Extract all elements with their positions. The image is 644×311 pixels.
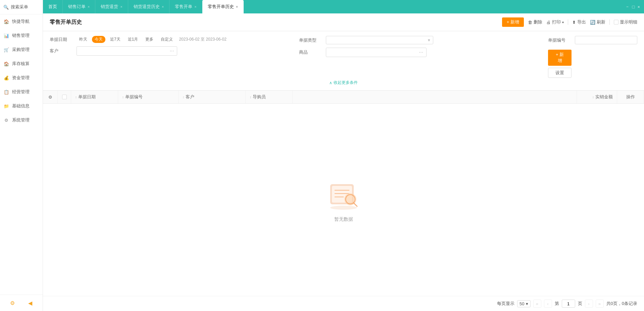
tab-sales-return-history[interactable]: 销货退货历史 × bbox=[128, 0, 169, 13]
sort-billno-icon[interactable]: ↕ bbox=[122, 95, 124, 99]
window-maximize[interactable]: □ bbox=[632, 4, 635, 9]
collapse-sidebar-icon[interactable]: ◀ bbox=[26, 298, 35, 308]
sort-salesman-icon[interactable]: ↕ bbox=[250, 95, 251, 99]
sidebar-bottom: ⚙ ◀ bbox=[0, 295, 43, 311]
tab-sales-return-close[interactable]: × bbox=[120, 5, 122, 9]
content-area: 零售开单历史 + 新增 🗑 删除 🖨 打印 ▾ ⬆ 导出 🔄 bbox=[43, 13, 644, 311]
th-amount[interactable]: ↕ 实销金额 bbox=[577, 91, 617, 103]
add-button[interactable]: + 新增 bbox=[502, 17, 524, 27]
tab-sales-return-history-close[interactable]: × bbox=[162, 5, 164, 9]
date-btn-yesterday[interactable]: 昨天 bbox=[77, 36, 90, 43]
date-btn-today[interactable]: 今天 bbox=[92, 36, 105, 43]
date-btn-more[interactable]: 更多 bbox=[143, 36, 156, 43]
search-icon: 🔍 bbox=[3, 5, 9, 10]
tab-retail-open-history-close[interactable]: × bbox=[236, 5, 238, 9]
select-all-checkbox[interactable] bbox=[62, 95, 67, 99]
sort-customer-icon[interactable]: ↕ bbox=[183, 95, 184, 99]
prev-page-button[interactable]: ‹ bbox=[544, 300, 552, 308]
bill-no-input-field[interactable] bbox=[578, 38, 634, 43]
customer-input[interactable]: ··· bbox=[77, 46, 177, 56]
date-btn-7days[interactable]: 近7天 bbox=[107, 36, 123, 43]
th-salesman[interactable]: ↕ 导购员 bbox=[246, 91, 293, 103]
date-btn-1month[interactable]: 近1月 bbox=[125, 36, 141, 43]
goods-input-field[interactable] bbox=[329, 50, 419, 55]
th-checkbox[interactable] bbox=[58, 91, 71, 103]
th-flex bbox=[293, 91, 577, 103]
next-page-button[interactable]: › bbox=[585, 300, 593, 308]
display-detail-label: 显示明细 bbox=[620, 19, 637, 25]
tab-home[interactable]: 首页 bbox=[43, 0, 63, 13]
collapse-filter-row[interactable]: ∧ 收起更多条件 bbox=[50, 78, 637, 86]
sidebar-item-label: 采购管理 bbox=[12, 47, 30, 53]
goods-filter-label: 商品 bbox=[299, 49, 319, 55]
tab-retail-open-label: 零售开单 bbox=[175, 4, 192, 10]
empty-state: 暂无数据 bbox=[43, 104, 644, 296]
tabs-bar: 首页 销售订单 × 销货退货 × 销货退货历史 × 零售开单 × 零售开单历史 … bbox=[43, 0, 644, 13]
tab-retail-open[interactable]: 零售开单 × bbox=[169, 0, 202, 13]
sidebar-item-purchase-mgmt[interactable]: 🛒 采购管理 bbox=[0, 43, 43, 57]
sidebar-item-label: 快捷导航 bbox=[12, 18, 30, 24]
toolbar-divider-2 bbox=[609, 19, 610, 25]
display-detail-checkbox[interactable]: 显示明细 bbox=[614, 19, 637, 25]
refresh-button[interactable]: 🔄 刷新 bbox=[590, 19, 605, 25]
customer-input-field[interactable] bbox=[80, 49, 170, 54]
sidebar-item-system[interactable]: ⚙ 系统管理 bbox=[0, 113, 43, 127]
collapse-label: 收起更多条件 bbox=[334, 80, 358, 86]
th-billno[interactable]: ↕ 单据编号 bbox=[118, 91, 179, 103]
sidebar-item-finance[interactable]: 💰 资金管理 bbox=[0, 71, 43, 85]
print-label: 打印 bbox=[552, 19, 561, 25]
tab-sales-order[interactable]: 销售订单 × bbox=[63, 0, 95, 13]
sidebar-item-inventory[interactable]: 🏠 库存核算 bbox=[0, 57, 43, 71]
sidebar-search[interactable]: 🔍 搜索采单 bbox=[0, 0, 43, 14]
delete-icon: 🗑 bbox=[528, 20, 532, 25]
window-close[interactable]: × bbox=[637, 4, 640, 9]
print-icon: 🖨 bbox=[546, 20, 551, 25]
th-date[interactable]: ↕ 单据日期 bbox=[71, 91, 118, 103]
display-detail-cb[interactable] bbox=[614, 20, 618, 24]
per-page-value: 50 bbox=[519, 301, 524, 306]
bill-type-select[interactable]: ▾ bbox=[326, 36, 433, 44]
tab-sales-order-label: 销售订单 bbox=[68, 4, 86, 10]
table-settings-icon[interactable]: ⚙ bbox=[48, 95, 52, 100]
sidebar-item-basic-info[interactable]: 📁 基础信息 bbox=[0, 99, 43, 113]
bill-no-input[interactable] bbox=[575, 36, 637, 44]
filter-settings-button[interactable]: 设置 bbox=[548, 68, 572, 78]
th-settings[interactable]: ⚙ bbox=[43, 91, 58, 103]
svg-line-8 bbox=[354, 203, 357, 206]
tab-retail-open-history-label: 零售开单历史 bbox=[208, 4, 234, 10]
window-minimize[interactable]: － bbox=[625, 4, 630, 10]
tab-sales-return-label: 销货退货 bbox=[101, 4, 118, 10]
tab-sales-return[interactable]: 销货退货 × bbox=[95, 0, 128, 13]
customer-dots-icon[interactable]: ··· bbox=[170, 48, 174, 54]
refresh-label: 刷新 bbox=[597, 19, 605, 25]
main-area: 首页 销售订单 × 销货退货 × 销货退货历史 × 零售开单 × 零售开单历史 … bbox=[43, 0, 644, 311]
date-btn-custom[interactable]: 自定义 bbox=[158, 36, 176, 43]
print-button[interactable]: 🖨 打印 ▾ bbox=[546, 19, 564, 25]
delete-button[interactable]: 🗑 删除 bbox=[528, 19, 542, 25]
tab-sales-order-close[interactable]: × bbox=[88, 5, 90, 9]
sort-up-icon[interactable]: ↕ bbox=[75, 95, 77, 99]
tab-retail-open-close[interactable]: × bbox=[194, 5, 196, 9]
first-page-button[interactable]: « bbox=[533, 300, 541, 308]
delete-label: 删除 bbox=[534, 19, 542, 25]
th-customer-label: 客户 bbox=[186, 94, 194, 100]
inventory-icon: 🏠 bbox=[3, 61, 9, 67]
page-number-input[interactable] bbox=[562, 300, 575, 308]
tab-sales-return-history-label: 销货退货历史 bbox=[134, 4, 160, 10]
sidebar-item-sales-mgmt[interactable]: 📊 销售管理 bbox=[0, 29, 43, 43]
goods-dots-icon[interactable]: ··· bbox=[419, 49, 423, 55]
system-icon: ⚙ bbox=[3, 117, 9, 123]
th-customer[interactable]: ↕ 客户 bbox=[179, 91, 246, 103]
page-header: 零售开单历史 + 新增 🗑 删除 🖨 打印 ▾ ⬆ 导出 🔄 bbox=[43, 13, 644, 31]
settings-bottom-icon[interactable]: ⚙ bbox=[8, 298, 17, 308]
sidebar-item-operations[interactable]: 📋 经营管理 bbox=[0, 85, 43, 99]
per-page-label: 每页显示 bbox=[497, 301, 514, 307]
goods-input[interactable]: ··· bbox=[326, 48, 427, 57]
query-button[interactable]: + 新增 bbox=[548, 50, 572, 66]
per-page-select[interactable]: 50 ▾ bbox=[517, 300, 530, 307]
sort-amount-icon[interactable]: ↕ bbox=[592, 95, 594, 99]
last-page-button[interactable]: » bbox=[596, 300, 604, 308]
export-button[interactable]: ⬆ 导出 bbox=[572, 19, 586, 25]
tab-retail-open-history[interactable]: 零售开单历史 × bbox=[202, 0, 244, 13]
sidebar-item-quick-nav[interactable]: 🏠 快捷导航 bbox=[0, 14, 43, 29]
